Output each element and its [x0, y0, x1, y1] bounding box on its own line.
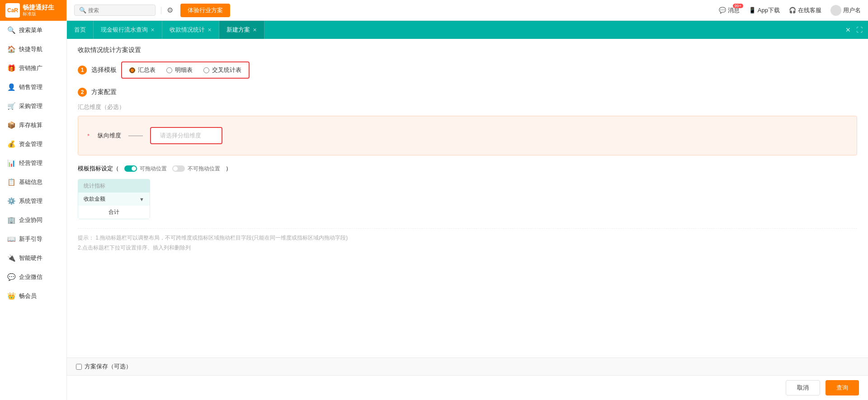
user-info[interactable]: 用户名 [830, 5, 861, 16]
radio-cross[interactable]: 交叉统计表 [203, 66, 241, 74]
gift-icon: 🎁 [7, 64, 15, 72]
sidebar-item-label: 基础信息 [19, 178, 42, 186]
cancel-button[interactable]: 取消 [786, 380, 820, 395]
search-input[interactable] [88, 7, 151, 14]
tab-cash-bank[interactable]: 现金银行流水查询 ✕ [94, 21, 162, 39]
close-window-icon[interactable]: ✕ [845, 26, 851, 33]
step1-number: 1 [78, 66, 87, 75]
sidebar-item-enterprise-wechat[interactable]: 💬 企业微信 [0, 268, 66, 287]
cart-icon: 🛒 [7, 102, 15, 110]
sidebar-item-label: 新手引导 [19, 235, 42, 243]
sidebar-item-finance[interactable]: 💰 资金管理 [0, 135, 66, 154]
radio-summary-input[interactable] [129, 67, 135, 73]
message-icon: 💬 [719, 7, 726, 14]
radio-detail-label: 明细表 [175, 66, 193, 74]
step2-header: 2 方案配置 [78, 88, 857, 97]
metrics-table: 统计指标 收款金额 ▼ 合计 [78, 179, 150, 219]
user-avatar [830, 5, 841, 16]
money-icon: 💰 [7, 140, 15, 148]
radio-detail-input[interactable] [166, 67, 172, 73]
settings-icon[interactable]: ⚙ [167, 6, 173, 14]
sidebar-item-system[interactable]: ⚙️ 系统管理 [0, 192, 66, 211]
metrics-toggle-area: 模板指标设定（ 可拖动位置 不可拖动位置 [78, 165, 857, 173]
tab-cash-bank-close[interactable]: ✕ [151, 27, 155, 33]
sidebar-item-label: 畅会员 [19, 292, 37, 300]
crown-icon: 👑 [7, 292, 15, 300]
tab-collection-stat[interactable]: 收款情况统计 ✕ [162, 21, 219, 39]
dimension-select[interactable]: 请选择分组维度 [150, 127, 222, 144]
online-service-button[interactable]: 🎧 在线客服 [789, 6, 821, 14]
tip-2: 2.点击标题栏下拉可设置排序、插入列和删除列 [78, 243, 857, 253]
sidebar-item-member[interactable]: 👑 畅会员 [0, 287, 66, 306]
app-download-button[interactable]: 📱 App下载 [749, 6, 780, 14]
step2-number: 2 [78, 88, 87, 97]
sidebar-item-label: 库存核算 [19, 121, 42, 129]
sidebar-item-newbie[interactable]: 📖 新手引导 [0, 230, 66, 249]
sidebar-item-label: 企业协同 [19, 216, 42, 224]
tab-collection-stat-label: 收款情况统计 [170, 26, 205, 34]
toggle-knob [132, 166, 136, 171]
sidebar-item-label: 采购管理 [19, 102, 42, 110]
template-options: 汇总表 明细表 交叉统计表 [121, 61, 250, 79]
sidebar-item-sales[interactable]: 👤 销售管理 [0, 78, 66, 97]
required-mark: * [87, 132, 90, 139]
non-draggable-toggle[interactable]: 不可拖动位置 [172, 165, 220, 173]
search-icon: 🔍 [79, 7, 86, 14]
draggable-label: 可拖动位置 [140, 165, 167, 173]
dimension-row: * 纵向维度 —— 请选择分组维度 [87, 127, 848, 144]
sidebar-item-label: 销售管理 [19, 83, 42, 91]
radio-detail[interactable]: 明细表 [166, 66, 193, 74]
bottom-bar: 取消 查询 [67, 375, 868, 400]
sidebar-item-purchase[interactable]: 🛒 采购管理 [0, 97, 66, 116]
tab-collection-stat-close[interactable]: ✕ [208, 27, 212, 33]
tab-home[interactable]: 首页 [67, 21, 94, 39]
tabbar: 首页 现金银行流水查询 ✕ 收款情况统计 ✕ 新建方案 ✕ ✕ ⛶ [67, 21, 868, 39]
content: 收款情况统计方案设置 1 选择模板 汇总表 明细表 [67, 39, 868, 358]
metrics-table-header: 统计指标 [78, 179, 150, 193]
sidebar-item-inventory[interactable]: 📦 库存核算 [0, 116, 66, 135]
logo-sub: 标准版 [23, 11, 54, 17]
phone-icon: 📱 [749, 7, 756, 14]
metrics-cell-amount[interactable]: 收款金额 ▼ [78, 193, 150, 206]
sidebar-item-smart-hardware[interactable]: 🔌 智能硬件 [0, 249, 66, 268]
sidebar: CaR 畅捷通好生 标准版 🔍 搜索菜单 🏠 快捷导航 🎁 营销推广 👤 销售管… [0, 0, 67, 400]
sidebar-logo: CaR 畅捷通好生 标准版 [0, 0, 66, 21]
query-button[interactable]: 查询 [826, 380, 859, 395]
username: 用户名 [843, 6, 861, 14]
step2-section: 2 方案配置 汇总维度（必选） * 纵向维度 —— 请选择分组维度 [78, 88, 857, 257]
building-icon: 🏢 [7, 216, 15, 224]
tab-cash-bank-label: 现金银行流水查询 [101, 26, 148, 34]
footer: 方案保存（可选） [67, 358, 868, 375]
non-draggable-toggle-box[interactable] [172, 165, 185, 172]
book-icon: 📖 [7, 235, 15, 243]
sidebar-item-basic-info[interactable]: 📋 基础信息 [0, 173, 66, 192]
dropdown-icon[interactable]: ▼ [139, 197, 144, 202]
draggable-toggle[interactable]: 可拖动位置 [124, 165, 167, 173]
save-checkbox[interactable] [76, 364, 82, 370]
sidebar-item-marketing[interactable]: 🎁 营销推广 [0, 59, 66, 78]
sidebar-item-enterprise-collab[interactable]: 🏢 企业协同 [0, 211, 66, 230]
sidebar-item-search-menu[interactable]: 🔍 搜索菜单 [0, 21, 66, 40]
sidebar-item-label: 快捷导航 [19, 45, 42, 53]
sidebar-item-label: 经营管理 [19, 159, 42, 167]
metrics-config-end: ） [226, 165, 231, 173]
dimension-placeholder: 请选择分组维度 [160, 132, 201, 139]
divider [161, 7, 161, 14]
tab-new-plan[interactable]: 新建方案 ✕ [219, 21, 264, 39]
toggle-knob2 [173, 166, 178, 171]
trial-industry-button[interactable]: 体验行业方案 [180, 4, 230, 17]
sidebar-item-quick-nav[interactable]: 🏠 快捷导航 [0, 40, 66, 59]
radio-summary[interactable]: 汇总表 [129, 66, 156, 74]
tab-new-plan-close[interactable]: ✕ [253, 27, 257, 33]
page-title: 收款情况统计方案设置 [78, 46, 857, 54]
search-bar[interactable]: 🔍 [74, 5, 156, 16]
dimension-section-label: 汇总维度（必选） [78, 103, 857, 111]
message-button[interactable]: 💬 消息 99+ [719, 6, 740, 14]
gear-icon: ⚙️ [7, 197, 15, 205]
content-area: 收款情况统计方案设置 1 选择模板 汇总表 明细表 [67, 39, 868, 400]
radio-cross-input[interactable] [203, 67, 209, 73]
radio-summary-label: 汇总表 [138, 66, 156, 74]
maximize-icon[interactable]: ⛶ [856, 26, 863, 33]
draggable-toggle-box[interactable] [124, 165, 137, 172]
sidebar-item-business[interactable]: 📊 经营管理 [0, 154, 66, 173]
